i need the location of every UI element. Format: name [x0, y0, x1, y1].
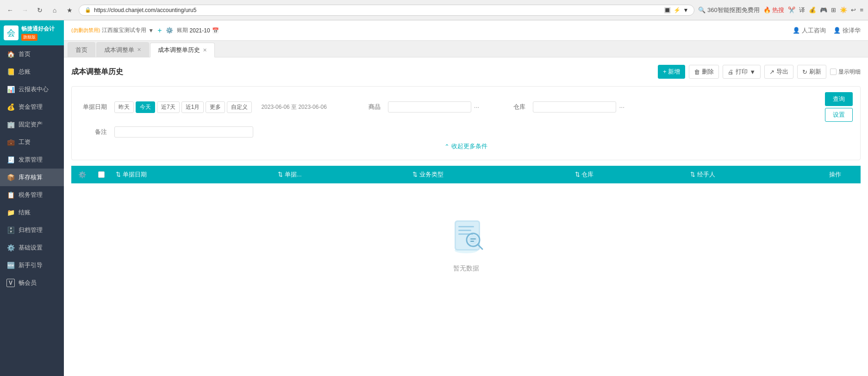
company-selector[interactable]: (勿删勿禁用) 江西服宝测试专用 ▼ — [71, 26, 154, 34]
tab-label: 成本调整单 — [104, 46, 134, 54]
url-bar[interactable]: 🔒 https://cloud.chanjet.com/accounting/u… — [79, 5, 694, 16]
sidebar-item-ledger[interactable]: 📒 总账 — [0, 63, 64, 81]
ledger-icon: 📒 — [6, 68, 15, 75]
sidebar-item-accounts[interactable]: 📁 结账 — [0, 204, 64, 221]
query-btn[interactable]: 查询 — [825, 92, 853, 106]
print-btn[interactable]: 🖨 打印 ▼ — [723, 65, 761, 79]
undo-tool[interactable]: ↩ — [851, 6, 856, 13]
user-info[interactable]: 👤 徐泽华 — [833, 26, 861, 35]
select-all-checkbox[interactable] — [98, 171, 105, 178]
sidebar-item-guide[interactable]: 🆕 新手引导 — [0, 257, 64, 274]
th-type: ⇅ 业务类型 — [407, 166, 569, 183]
today-btn[interactable]: 今天 — [136, 101, 155, 113]
sidebar-item-label: 库存核算 — [19, 173, 43, 182]
settings-gear-icon[interactable]: ⚙️ — [166, 27, 173, 34]
collapse-up-icon: ⌃ — [444, 143, 450, 150]
goods-input[interactable] — [388, 101, 471, 113]
delete-btn[interactable]: 🗑 删除 — [689, 65, 719, 79]
sidebar-item-settings[interactable]: ⚙️ 基础设置 — [0, 239, 64, 257]
main-content: (勿删勿禁用) 江西服宝测试专用 ▼ + ⚙️ 账期 2021-10 📅 👤 人… — [64, 20, 868, 376]
column-settings-icon[interactable]: ⚙️ — [77, 169, 87, 180]
empty-illustration — [443, 211, 489, 259]
company-dropdown-icon: ▼ — [148, 27, 154, 34]
wallet-tool[interactable]: 💰 — [809, 6, 816, 13]
member-icon: V — [6, 279, 15, 287]
export-btn[interactable]: ↗ 导出 — [764, 65, 793, 79]
sidebar-item-funds[interactable]: 💰 资金管理 — [0, 98, 64, 116]
goods-more-btn[interactable]: ··· — [472, 103, 481, 111]
7days-btn[interactable]: 近7天 — [157, 101, 180, 113]
game-tool[interactable]: 🎮 — [820, 6, 827, 13]
sidebar-item-invoices[interactable]: 🧾 发票管理 — [0, 151, 64, 169]
setup-btn[interactable]: 设置 — [825, 108, 853, 122]
reload-btn[interactable]: ↻ — [34, 5, 45, 16]
hot-search[interactable]: 🔥 热搜 — [763, 6, 785, 14]
tab-close-btn[interactable]: ✕ — [137, 47, 141, 53]
more-btn[interactable]: 更多 — [206, 101, 225, 113]
svg-rect-4 — [458, 230, 471, 231]
empty-text: 暂无数据 — [453, 264, 479, 273]
sidebar-item-home[interactable]: 🏠 首页 — [0, 45, 64, 63]
sidebar-item-member[interactable]: V 畅会员 — [0, 274, 64, 292]
add-company-btn[interactable]: + — [157, 26, 162, 35]
back-btn[interactable]: ← — [5, 5, 16, 16]
warehouse-input[interactable] — [533, 101, 616, 113]
sidebar-item-archive[interactable]: 🗄️ 归档管理 — [0, 221, 64, 239]
period-label: 账期 — [177, 26, 188, 34]
collapse-section: ⌃ 收起更多条件 — [79, 142, 853, 150]
th-checkbox — [93, 166, 110, 183]
th-handler-label: ⇅ 经手人 — [690, 171, 715, 178]
dropdown-icon: 🔳 — [664, 7, 671, 13]
sidebar-item-label: 首页 — [19, 50, 31, 58]
th-warehouse: ⇅ 仓库 — [569, 166, 685, 183]
guide-icon: 🆕 — [6, 262, 15, 269]
checkbox-all[interactable] — [98, 171, 105, 178]
custom-btn[interactable]: 自定义 — [227, 101, 252, 113]
warehouse-more-btn[interactable]: ··· — [617, 103, 626, 111]
tab-cost-adjust-history[interactable]: 成本调整单历史 ✕ — [150, 43, 215, 57]
apps-tool[interactable]: ⊞ — [831, 6, 836, 13]
tab-cost-adjust[interactable]: 成本调整单 ✕ — [96, 42, 149, 57]
svg-rect-3 — [458, 226, 474, 227]
theme-tool[interactable]: ☀️ — [840, 6, 847, 13]
translate-tool[interactable]: 译 — [799, 6, 805, 14]
sidebar-item-fixed-assets[interactable]: 🏢 固定资产 — [0, 116, 64, 133]
app-wrapper: 会 畅捷通好会计 旗舰版 🏠 首页 📒 总账 📊 云报表中心 — [0, 20, 868, 376]
export-icon: ↗ — [769, 69, 774, 75]
sidebar-item-salary[interactable]: 💼 工资 — [0, 133, 64, 151]
home-btn[interactable]: ⌂ — [49, 5, 60, 16]
scissors-tool[interactable]: ✂️ — [788, 6, 795, 13]
new-btn[interactable]: + 新增 — [658, 65, 685, 79]
refresh-label: 刷新 — [809, 68, 821, 76]
sidebar-item-label: 结账 — [19, 208, 31, 217]
consult-btn[interactable]: 👤 人工咨询 — [793, 26, 826, 35]
goods-filter-label: 商品 — [353, 103, 381, 111]
tab-label: 成本调整单历史 — [158, 46, 200, 54]
url-text: https://cloud.chanjet.com/accounting/uru… — [94, 7, 661, 13]
1month-btn[interactable]: 近1月 — [181, 101, 204, 113]
sidebar-item-inventory[interactable]: 📦 库存核算 — [0, 169, 64, 186]
menu-tool[interactable]: ≡ — [860, 6, 863, 13]
chevron-down-icon: ▼ — [683, 7, 689, 13]
search-tool[interactable]: 🔍 360智能抠图免费用 — [698, 6, 759, 14]
collapse-label: 收起更多条件 — [451, 142, 487, 150]
bookmark-btn[interactable]: ★ — [64, 5, 75, 16]
sidebar-item-label: 发票管理 — [19, 156, 43, 164]
warehouse-filter-group: ··· — [533, 101, 626, 113]
logo-badge: 旗舰版 — [21, 34, 37, 41]
invoices-icon: 🧾 — [6, 156, 15, 163]
tab-home[interactable]: 首页 — [68, 42, 95, 57]
calendar-icon[interactable]: 📅 — [212, 27, 219, 34]
lightning-icon: ⚡ — [674, 7, 681, 13]
refresh-btn[interactable]: ↻ 刷新 — [797, 65, 826, 79]
note-input[interactable] — [114, 126, 253, 138]
sidebar-item-reports[interactable]: 📊 云报表中心 — [0, 81, 64, 98]
display-cols-toggle[interactable]: 显示明细 — [830, 68, 861, 76]
tab-close-btn[interactable]: ✕ — [203, 47, 207, 53]
yesterday-btn[interactable]: 昨天 — [114, 101, 134, 113]
svg-rect-2 — [456, 222, 479, 249]
forward-btn[interactable]: → — [19, 5, 31, 16]
query-setup-group: 查询 设置 — [825, 92, 853, 122]
collapse-btn[interactable]: ⌃ 收起更多条件 — [444, 142, 487, 150]
sidebar-item-tax[interactable]: 📋 税务管理 — [0, 186, 64, 204]
